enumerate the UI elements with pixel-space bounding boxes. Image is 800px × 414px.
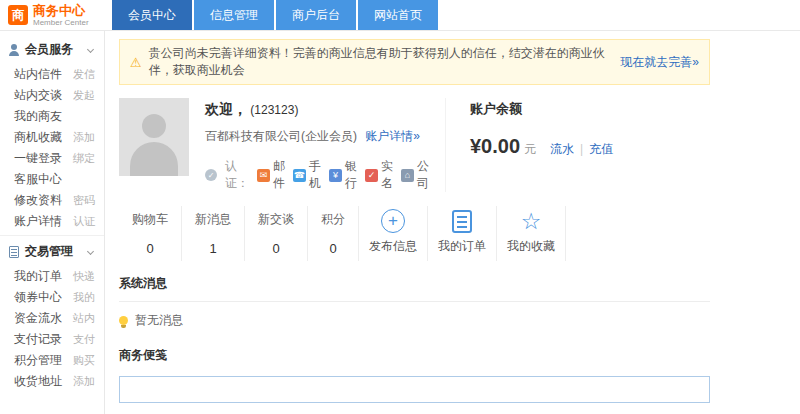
cert-phone[interactable]: ☎ 手机 [293, 158, 321, 192]
sidebar-item-coupon-center[interactable]: 领券中心 我的 [0, 287, 104, 308]
flow-link[interactable]: 流水 [550, 141, 574, 158]
id-card-icon: ✓ [365, 169, 378, 182]
balance-unit: 元 [524, 141, 536, 158]
stat-points[interactable]: 积分 0 [308, 206, 359, 261]
sidebar-item-edit-profile[interactable]: 修改资料 密码 [0, 190, 104, 211]
main-nav: 会员中心 信息管理 商户后台 网站首页 [112, 0, 438, 30]
quick-action-label: 我的收藏 [507, 238, 555, 255]
sidebar-item-action[interactable]: 购买 [73, 354, 95, 367]
sidebar-item-label: 站内交谈 [14, 89, 62, 102]
building-icon: ⌂ [401, 169, 414, 182]
bank-icon: ¥ [329, 169, 342, 182]
bulb-icon [119, 316, 128, 325]
sidebar-item-action[interactable]: 站内 [73, 312, 95, 325]
sidebar-item-opportunity-favorites[interactable]: 商机收藏 添加 [0, 127, 104, 148]
tab-website-home[interactable]: 网站首页 [358, 0, 438, 30]
section-head-trade-management[interactable]: 交易管理 [0, 236, 104, 266]
cert-bank[interactable]: ¥ 银行 [329, 158, 357, 192]
tab-member-center[interactable]: 会员中心 [112, 0, 192, 30]
chevron-down-icon [87, 248, 94, 255]
top-header: 商 商务中心 Member Center 会员中心 信息管理 商户后台 网站首页 [0, 0, 800, 31]
sidebar: 会员服务 站内信件 发信 站内交谈 发起 我的商友 商机收藏 添加 一键登录 绑 [0, 31, 105, 414]
logo: 商 商务中心 Member Center [0, 0, 112, 30]
stat-new-chats[interactable]: 新交谈 0 [245, 206, 308, 261]
sidebar-item-orders[interactable]: 我的订单 快递 [0, 266, 104, 287]
sidebar-item-label: 客服中心 [14, 173, 62, 186]
stat-label: 购物车 [132, 211, 168, 228]
sidebar-item-action[interactable]: 我的 [73, 291, 95, 304]
sidebar-section-trade-management: 交易管理 我的订单 快递 领券中心 我的 资金流水 站内 支付记录 支付 积分管… [0, 235, 104, 392]
quick-action-label: 发布信息 [369, 238, 417, 255]
sidebar-item-action[interactable]: 添加 [73, 375, 95, 388]
recharge-link[interactable]: 充值 [589, 141, 613, 158]
profile-info: 欢迎， (123123) 百都科技有限公司(企业会员) 账户详情» ✓ 认证： … [205, 98, 423, 192]
balance-amount: ¥0.00 [470, 135, 520, 158]
section-title: 会员服务 [25, 41, 83, 58]
cert-realname[interactable]: ✓ 实名 [365, 158, 393, 192]
sidebar-item-chat[interactable]: 站内交谈 发起 [0, 85, 104, 106]
welcome-line: 欢迎， (123123) [205, 101, 423, 119]
stat-new-messages[interactable]: 新消息 1 [182, 206, 245, 261]
sidebar-item-label: 领券中心 [14, 291, 62, 304]
sidebar-item-label: 支付记录 [14, 333, 62, 346]
cert-name: 公司 [417, 158, 429, 192]
quick-action-label: 我的订单 [438, 238, 486, 255]
logo-title: 商务中心 [33, 4, 89, 18]
account-balance-panel: 账户余额 ¥0.00 元 流水 | 充值 [445, 98, 613, 192]
complete-profile-link[interactable]: 现在就去完善» [620, 54, 699, 71]
sidebar-item-label: 我的订单 [14, 270, 62, 283]
logo-subtitle: Member Center [33, 18, 89, 27]
sidebar-item-friends[interactable]: 我的商友 [0, 106, 104, 127]
sidebar-item-onekey-login[interactable]: 一键登录 绑定 [0, 148, 104, 169]
stat-label: 新消息 [195, 211, 231, 228]
balance-links: 流水 | 充值 [550, 141, 613, 158]
sidebar-item-mail[interactable]: 站内信件 发信 [0, 64, 104, 85]
sidebar-item-service-center[interactable]: 客服中心 [0, 169, 104, 190]
chevron-down-icon [87, 46, 94, 53]
cert-name: 手机 [309, 158, 321, 192]
sidebar-item-label: 资金流水 [14, 312, 62, 325]
my-orders-button[interactable]: 我的订单 [428, 206, 497, 261]
mail-icon: ✉ [257, 169, 270, 182]
profile-section: 欢迎， (123123) 百都科技有限公司(企业会员) 账户详情» ✓ 认证： … [119, 98, 710, 192]
profile-incomplete-notice: ⚠ 贵公司尚未完善详细资料！完善的商业信息有助于获得别人的信任，结交潜在的商业伙… [119, 39, 710, 85]
sidebar-item-action[interactable]: 绑定 [73, 152, 95, 165]
star-icon: ☆ [521, 209, 542, 233]
stat-value: 1 [209, 241, 216, 256]
sidebar-item-action[interactable]: 快递 [73, 270, 95, 283]
sidebar-item-action[interactable]: 密码 [73, 194, 95, 207]
cert-label: 认证： [225, 158, 249, 192]
sidebar-item-action[interactable]: 支付 [73, 333, 95, 346]
publish-info-button[interactable]: 发布信息 [359, 206, 428, 261]
balance-title: 账户余额 [470, 100, 613, 118]
tab-info-management[interactable]: 信息管理 [194, 0, 274, 30]
tab-merchant-backend[interactable]: 商户后台 [276, 0, 356, 30]
cert-company[interactable]: ⌂ 公司 [401, 158, 429, 192]
sidebar-item-action[interactable]: 认证 [73, 215, 95, 228]
sidebar-item-points-management[interactable]: 积分管理 购买 [0, 350, 104, 371]
certification-row: ✓ 认证： ✉ 邮件 ☎ 手机 ¥ 银行 ✓ [205, 158, 423, 192]
business-notes-title: 商务便笺 [119, 335, 710, 370]
cert-name: 银行 [345, 158, 357, 192]
plus-circle-icon [381, 209, 405, 233]
cert-email[interactable]: ✉ 邮件 [257, 158, 285, 192]
sidebar-item-action[interactable]: 发起 [73, 89, 95, 102]
notes-input[interactable] [119, 376, 710, 403]
username: (123123) [250, 103, 298, 117]
sidebar-item-account-detail[interactable]: 账户详情 认证 [0, 211, 104, 232]
account-detail-link[interactable]: 账户详情» [365, 129, 420, 143]
sidebar-item-label: 我的商友 [14, 110, 62, 123]
sidebar-item-label: 积分管理 [14, 354, 62, 367]
sidebar-item-action[interactable]: 添加 [73, 131, 95, 144]
sidebar-item-fund-flow[interactable]: 资金流水 站内 [0, 308, 104, 329]
section-head-member-services[interactable]: 会员服务 [0, 34, 104, 64]
sidebar-item-action[interactable]: 发信 [73, 68, 95, 81]
my-favorites-button[interactable]: ☆ 我的收藏 [497, 206, 566, 261]
system-message-panel: 系统消息 暂无消息 [119, 263, 710, 335]
warning-icon: ⚠ [130, 56, 142, 69]
sidebar-item-payment-records[interactable]: 支付记录 支付 [0, 329, 104, 350]
logo-icon: 商 [8, 5, 28, 25]
cert-name: 实名 [381, 158, 393, 192]
sidebar-item-shipping-address[interactable]: 收货地址 添加 [0, 371, 104, 392]
stat-cart[interactable]: 购物车 0 [119, 206, 182, 261]
